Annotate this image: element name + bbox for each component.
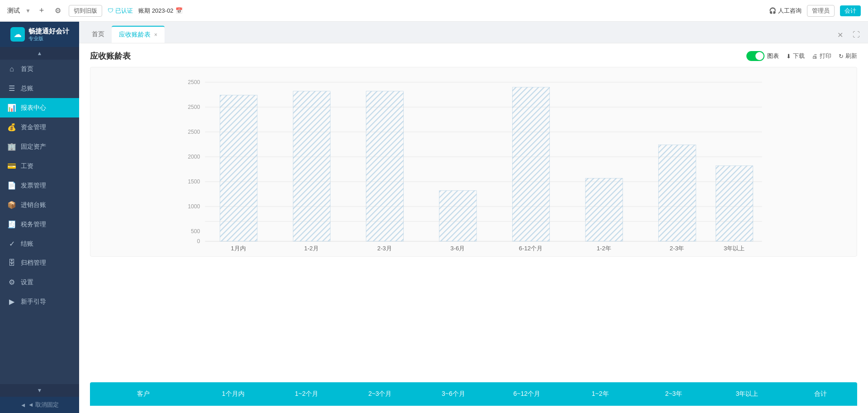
calendar-icon[interactable]: 📅: [175, 7, 183, 14]
pin-icon: ◄: [20, 402, 26, 408]
tab-home[interactable]: 首页: [85, 26, 112, 43]
bar-3年以上: [716, 166, 753, 241]
assets-icon: 🏢: [7, 142, 16, 151]
table-header-2: 1~2个月: [270, 390, 343, 398]
table-header-row: 客户1个月内1~2个月2~3个月3~6个月6~12个月1~2年2~3年3年以上合…: [90, 382, 857, 406]
svg-text:2000: 2000: [188, 154, 200, 160]
bar-3-6月: [439, 191, 477, 241]
settings-icon[interactable]: ⚙: [52, 5, 63, 16]
sidebar-item-inventory[interactable]: 📦 进销台账: [0, 195, 79, 215]
print-button[interactable]: 🖨 打印: [812, 52, 831, 60]
svg-text:0: 0: [197, 238, 200, 244]
sidebar-label-invoice: 发票管理: [21, 182, 46, 190]
sidebar-nav: ⌂ 首页 ☰ 总账 📊 报表中心 💰 资金管理 🏢 固定资产 💳 工资 📄 发票…: [0, 60, 79, 384]
tab-active-label: 应收账龄表: [119, 31, 151, 39]
sidebar-item-tax[interactable]: 🧾 税务管理: [0, 215, 79, 234]
bar-chart: 2500 2500 2500 2000 1500 1000 500 0: [90, 67, 857, 257]
chart-toggle-label: 图表: [767, 52, 779, 60]
sidebar-label-funds: 资金管理: [21, 123, 46, 131]
svg-text:2-3月: 2-3月: [377, 245, 392, 252]
content-area: 首页 应收账龄表 × ✕ ⛶ 应收账龄表: [79, 22, 868, 413]
table-header-1: 1个月内: [197, 390, 270, 398]
print-label: 打印: [820, 52, 831, 60]
chevron-up-icon: ▲: [37, 50, 42, 56]
shield-icon: 🛡: [108, 7, 113, 14]
download-button[interactable]: ⬇ 下载: [786, 52, 805, 60]
tab-close-icon[interactable]: ×: [154, 32, 157, 38]
sidebar-scroll-up[interactable]: ▲: [0, 47, 79, 60]
tax-icon: 🧾: [7, 220, 16, 229]
expand-icon: ⛶: [853, 31, 860, 39]
svg-text:3年以上: 3年以上: [724, 245, 745, 252]
top-header: 测试 ▼ + ⚙ 切到旧版 🛡 已认证 账期 2023-02 📅 🎧 人工咨询 …: [0, 0, 868, 22]
sidebar-item-home[interactable]: ⌂ 首页: [0, 60, 79, 79]
old-version-button[interactable]: 切到旧版: [69, 5, 102, 17]
toggle-switch[interactable]: [746, 51, 764, 61]
table-header-7: 2~3年: [637, 390, 710, 398]
table-header-5: 6~12个月: [490, 390, 563, 398]
table-header-9: 合计: [784, 390, 857, 398]
sidebar-label-guide: 新手引导: [21, 298, 46, 306]
table-header-4: 3~6个月: [417, 390, 490, 398]
svg-text:1月内: 1月内: [231, 245, 246, 252]
refresh-icon: ↻: [839, 53, 844, 60]
sidebar-label-reports: 报表中心: [21, 104, 46, 112]
refresh-button[interactable]: ↻ 刷新: [839, 52, 857, 60]
close-icon: ✕: [837, 31, 843, 39]
period-value: 2023-02: [152, 7, 174, 14]
table-header-0: 客户: [90, 390, 197, 398]
add-tab-button[interactable]: +: [36, 5, 47, 16]
close-icon: ✓: [7, 239, 16, 248]
main-layout: ☁ 畅捷通好会计 专业版 ▲ ⌂ 首页 ☰ 总账 📊 报表中心 💰 资金管理 🏢…: [0, 22, 868, 413]
sidebar-item-reports[interactable]: 📊 报表中心: [0, 98, 79, 117]
sidebar-label-inventory: 进销台账: [21, 201, 46, 209]
chevron-down-icon[interactable]: ▼: [25, 8, 31, 14]
user-button[interactable]: 管理员: [807, 5, 835, 17]
chevron-down-icon: ▼: [37, 387, 42, 394]
page-header: 应收账龄表 图表 ⬇ 下载 🖨 打印: [79, 43, 868, 67]
logo-subtitle: 专业版: [28, 35, 69, 42]
sidebar-item-settings[interactable]: ⚙ 设置: [0, 272, 79, 292]
download-label: 下载: [793, 52, 805, 60]
expand-button[interactable]: ⛶: [850, 28, 863, 41]
svg-text:500: 500: [191, 228, 200, 235]
chart-area: 2500 2500 2500 2000 1500 1000 500 0: [79, 67, 868, 382]
sidebar-item-funds[interactable]: 💰 资金管理: [0, 117, 79, 137]
close-all-tabs-button[interactable]: ✕: [834, 28, 846, 41]
sidebar-item-invoice[interactable]: 📄 发票管理: [0, 176, 79, 195]
sidebar-item-assets[interactable]: 🏢 固定资产: [0, 137, 79, 156]
bar-2-3年: [659, 145, 696, 241]
ledger-icon: ☰: [7, 84, 16, 93]
download-icon: ⬇: [786, 53, 791, 60]
period-label: 账期: [138, 7, 150, 15]
sidebar-label-archive: 归档管理: [21, 259, 46, 267]
sidebar-scroll-down[interactable]: ▼: [0, 384, 79, 397]
archive-icon: 🗄: [7, 259, 16, 267]
svg-text:2-3年: 2-3年: [670, 245, 684, 252]
sidebar-item-guide[interactable]: ▶ 新手引导: [0, 292, 79, 311]
svg-text:1500: 1500: [188, 178, 200, 185]
table-header-3: 2~3个月: [343, 390, 416, 398]
tab-home-label: 首页: [92, 30, 104, 38]
bar-6-12月: [512, 87, 550, 241]
sidebar-label-salary: 工资: [21, 162, 33, 170]
svg-text:3-6月: 3-6月: [450, 245, 465, 252]
print-icon: 🖨: [812, 53, 818, 60]
unpin-button[interactable]: ◄ ◄ 取消固定: [0, 397, 79, 413]
role-button[interactable]: 会计: [840, 5, 861, 16]
sidebar-item-archive[interactable]: 🗄 归档管理: [0, 253, 79, 272]
sidebar-item-ledger[interactable]: ☰ 总账: [0, 79, 79, 98]
tab-accounts-aging[interactable]: 应收账龄表 ×: [112, 26, 165, 43]
sidebar-logo: ☁ 畅捷通好会计 专业版: [0, 22, 79, 47]
salary-icon: 💳: [7, 162, 16, 170]
page-content: 应收账龄表 图表 ⬇ 下载 🖨 打印: [79, 43, 868, 413]
chart-svg: 2500 2500 2500 2000 1500 1000 500 0: [90, 67, 857, 256]
sidebar-item-salary[interactable]: 💳 工资: [0, 156, 79, 176]
chart-toggle[interactable]: 图表: [746, 51, 779, 61]
verified-label: 已认证: [115, 7, 133, 15]
service-button[interactable]: 🎧 人工咨询: [769, 7, 802, 15]
sidebar-item-close[interactable]: ✓ 结账: [0, 234, 79, 253]
sidebar-label-assets: 固定资产: [21, 143, 46, 151]
table-header-6: 1~2年: [563, 390, 637, 398]
period-info: 账期 2023-02 📅: [138, 7, 183, 15]
